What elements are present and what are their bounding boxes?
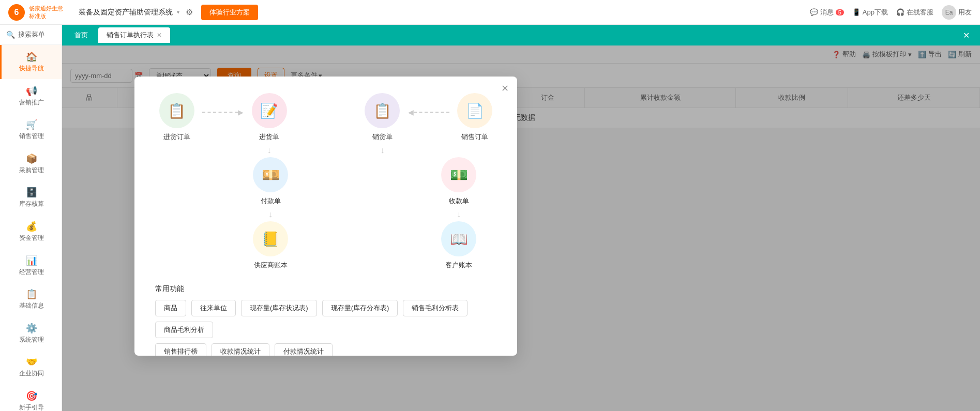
flow-item-customer-ledger[interactable]: 📖 客户账本	[441, 221, 476, 270]
flow-label-purchase-order: 进货订单	[163, 132, 190, 142]
sidebar-item-cooperation[interactable]: 🤝 企业协同	[0, 350, 62, 384]
content-area: ❓ 帮助 🖨️ 按模板打印 ▾ ⬆️ 导出 🔄 刷新	[62, 45, 980, 411]
modal-close-button[interactable]: ✕	[501, 83, 509, 94]
quick-buttons-row2: 销售排行榜 收款情况统计 付款情况统计	[155, 343, 496, 356]
tab-sales-order-exec-label: 销售订单执行表	[107, 31, 154, 40]
modal-dialog: ✕ 📋 进货订单	[134, 77, 517, 356]
main-layout: 🔍 搜索菜单 🏠 快捷导航 📢 营销推广 🛒 销售管理 📦 采购管理 🗄️ 库存…	[0, 25, 980, 411]
down-arrow-sales: ↓	[365, 146, 400, 155]
sidebar-item-label-purchase: 采购管理	[19, 166, 44, 175]
sidebar-item-operation[interactable]: 📊 经营管理	[0, 249, 62, 283]
sidebar-item-label-basic: 基础信息	[19, 302, 44, 310]
payment-bill-icon: 💴	[262, 166, 280, 184]
quick-btn-payment-stats[interactable]: 付款情况统计	[275, 343, 333, 356]
quick-btn-receipt-stats[interactable]: 收款情况统计	[212, 343, 269, 356]
app-icon: 📱	[852, 8, 861, 16]
inventory-icon: 🗄️	[26, 187, 37, 198]
flow-label-payment-bill: 付款单	[261, 196, 281, 206]
flow-circle-sales-order: 📄	[457, 93, 492, 128]
down-arrow-payment: ↓	[253, 210, 288, 219]
flow-label-supplier-ledger: 供应商账本	[254, 261, 288, 270]
quick-btn-sales-rank[interactable]: 销售排行榜	[155, 343, 206, 356]
flow-label-purchase-bill: 进货单	[259, 132, 279, 142]
search-menu-item[interactable]: 🔍 搜索菜单	[0, 25, 62, 45]
sidebar-item-sales[interactable]: 🛒 销售管理	[0, 113, 62, 147]
sidebar-item-inventory[interactable]: 🗄️ 库存核算	[0, 180, 62, 215]
message-icon: 💬	[810, 8, 818, 16]
flow-circle-payment-bill: 💴	[253, 157, 288, 192]
spacer-down-5	[457, 146, 492, 155]
quick-btn-contacts[interactable]: 往来单位	[191, 300, 236, 316]
sales-bill-icon: 📋	[373, 102, 391, 119]
user-area[interactable]: Ea 用友	[942, 5, 972, 20]
sidebar-item-label-operation: 经营管理	[19, 268, 44, 277]
quick-functions-section: 常用功能 商品 往来单位 现存量(库存状况表) 现存量(库存分布表) 销售毛利分…	[134, 280, 517, 356]
sidebar-item-quick[interactable]: 🏠 快捷导航	[0, 45, 62, 79]
settings-icon[interactable]: ⚙	[186, 7, 193, 17]
flow-item-receipt-bill[interactable]: 💵 收款单	[441, 157, 476, 206]
sidebar-item-system[interactable]: ⚙️ 系统管理	[0, 316, 62, 351]
flow-item-sales-bill[interactable]: 📋 销货单	[365, 93, 400, 142]
sidebar-item-finance[interactable]: 💰 资金管理	[0, 215, 62, 249]
modal-overlay[interactable]: ✕ 📋 进货订单	[62, 45, 980, 411]
sidebar-item-purchase[interactable]: 📦 采购管理	[0, 147, 62, 181]
flow-circle-supplier-ledger: 📒	[253, 221, 288, 256]
purchase-icon: 📦	[26, 153, 37, 164]
top-header: 6 畅康通好生意 标准版 装备及固定资产辅助管理系统 ▾ ⚙ 体验行业方案 💬 …	[0, 0, 980, 25]
tab-bar: 首页 销售订单执行表 ✕ ✕	[62, 25, 980, 45]
tab-sales-order-exec[interactable]: 销售订单执行表 ✕	[98, 27, 170, 43]
flow-item-purchase-bill[interactable]: 📝 进货单	[252, 93, 287, 142]
basic-icon: 📋	[26, 288, 37, 300]
sales-order-icon: 📄	[466, 102, 484, 119]
quick-btn-inventory-dist[interactable]: 现存量(库存分布表)	[322, 300, 398, 316]
logo-text: 畅康通好生意 标准版	[29, 5, 63, 20]
online-service-action[interactable]: 🎧 在线客服	[896, 8, 933, 17]
spacer-down-1	[159, 146, 194, 155]
flow-item-purchase-order[interactable]: 📋 进货订单	[159, 93, 194, 142]
sidebar-item-guide[interactable]: 🎯 新手引导	[0, 384, 62, 411]
flow-circle-purchase-bill: 📝	[252, 93, 287, 128]
logo-area: 6 畅康通好生意 标准版	[8, 4, 70, 21]
experience-button[interactable]: 体验行业方案	[201, 5, 258, 20]
spacer-down-2	[202, 146, 244, 155]
flow-label-sales-order: 销售订单	[461, 132, 488, 142]
quick-btn-inventory-status[interactable]: 现存量(库存状况表)	[241, 300, 317, 316]
message-action[interactable]: 💬 消息 5	[810, 8, 844, 17]
service-icon: 🎧	[896, 8, 904, 16]
spacer-down-row2	[318, 210, 411, 219]
main-area: 首页 销售订单执行表 ✕ ✕ ❓ 帮助 🖨️ 按模板打印 ▾	[62, 25, 980, 411]
quick-buttons-row1: 商品 往来单位 现存量(库存状况表) 现存量(库存分布表) 销售毛利分析表 商品…	[155, 300, 496, 338]
tab-home[interactable]: 首页	[66, 27, 96, 43]
search-menu-label: 搜索菜单	[18, 30, 45, 39]
quick-btn-product[interactable]: 商品	[155, 300, 186, 316]
flow-circle-sales-bill: 📋	[365, 93, 400, 128]
system-title-text: 装备及固定资产辅助管理系统	[79, 8, 173, 17]
customer-ledger-icon: 📖	[450, 231, 468, 248]
quick-btn-product-gross[interactable]: 商品毛利分析	[155, 322, 213, 338]
flow-circle-purchase-order: 📋	[159, 93, 194, 128]
tab-bar-close-icon[interactable]: ✕	[957, 31, 976, 40]
sidebar-item-label-quick: 快捷导航	[19, 65, 44, 73]
flow-item-payment-bill[interactable]: 💴 付款单	[253, 157, 288, 206]
sidebar-item-label-sales: 销售管理	[19, 132, 44, 141]
avatar: Ea	[942, 5, 956, 20]
flow-label-sales-bill: 销货单	[372, 132, 393, 142]
home-icon: 🏠	[26, 51, 37, 63]
sidebar-item-label-inventory: 库存核算	[19, 200, 44, 208]
flow-label-customer-ledger: 客户账本	[445, 261, 472, 270]
sidebar-item-label-guide: 新手引导	[19, 404, 44, 411]
tab-close-icon[interactable]: ✕	[157, 32, 162, 39]
sidebar-item-marketing[interactable]: 📢 营销推广	[0, 79, 62, 113]
system-title-area: 装备及固定资产辅助管理系统 ▾	[79, 8, 179, 17]
sidebar-item-basic[interactable]: 📋 基础信息	[0, 282, 62, 316]
down-arrow-purchase: ↓	[252, 146, 287, 155]
app-download-action[interactable]: 📱 App下载	[852, 8, 888, 17]
search-icon: 🔍	[6, 31, 15, 39]
arrow-left-1: ◀	[408, 108, 449, 116]
quick-btn-sales-gross[interactable]: 销售毛利分析表	[403, 300, 468, 316]
flow-item-sales-order[interactable]: 📄 销售订单	[457, 93, 492, 142]
guide-icon: 🎯	[26, 390, 37, 402]
flow-item-supplier-ledger[interactable]: 📒 供应商账本	[253, 221, 288, 270]
down-arrow-receipt: ↓	[441, 210, 476, 219]
system-dropdown-icon[interactable]: ▾	[177, 9, 179, 15]
